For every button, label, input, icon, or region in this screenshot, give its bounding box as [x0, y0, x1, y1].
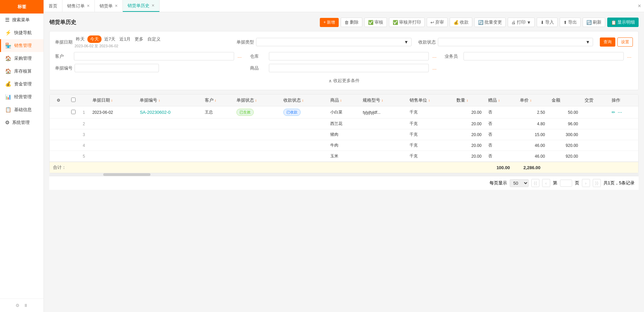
row-doc-no-cell[interactable] — [136, 119, 201, 129]
custom-date-btn[interactable]: 自定义 — [146, 35, 162, 43]
current-page-input[interactable]: 1 — [560, 180, 572, 187]
customer-ellipsis[interactable]: … — [236, 52, 243, 60]
row-doc-no-cell[interactable] — [136, 140, 201, 151]
row-spec-cell: tyjyjtyjdf... — [359, 106, 406, 119]
row-action-cell[interactable] — [608, 129, 638, 140]
today-btn[interactable]: 今天 — [87, 35, 102, 43]
sidebar-item-finance[interactable]: 💰 资金管理 — [0, 78, 44, 90]
last-page-btn[interactable]: ⟩⟩ — [593, 179, 601, 187]
warehouse-ellipsis[interactable]: … — [431, 52, 438, 60]
query-button[interactable]: 查询 — [600, 37, 615, 47]
th-qty[interactable]: 数量 ↕ — [453, 95, 485, 106]
batch-change-button[interactable]: 🔄 批量变更 — [474, 18, 506, 27]
warehouse-input[interactable] — [269, 52, 429, 60]
row-unit-cell: 千克 — [406, 106, 453, 119]
th-customer[interactable]: 客户 ↕ — [201, 95, 233, 106]
th-price[interactable]: 单价 ↕ — [516, 95, 548, 106]
more-link[interactable]: ⋯ — [618, 110, 622, 115]
tab-sales-history[interactable]: 销货单历史 ✕ — [123, 0, 160, 12]
page-size-select[interactable]: 50 100 200 — [510, 179, 529, 187]
sidebar-logo: 标签 — [0, 0, 44, 14]
row-pay-status-cell — [280, 119, 327, 129]
tab-sales-order[interactable]: 销售订单 ✕ — [62, 0, 95, 12]
payment-status-label: 收款状态 — [418, 39, 436, 45]
export-button[interactable]: ⬆ 导出 — [560, 18, 581, 27]
row-trade-cell — [581, 140, 608, 151]
sidebar-item-purchase[interactable]: 🏠 采购管理 — [0, 52, 44, 65]
goods-input[interactable] — [269, 64, 429, 72]
horizontal-scrollbar[interactable] — [49, 173, 639, 176]
row-checkbox[interactable] — [71, 110, 76, 114]
edit-link[interactable]: ✏ — [612, 110, 615, 115]
sidebar-item-quick-nav[interactable]: ⚡ 快捷导航 — [0, 26, 44, 39]
row-price-cell: 46.00 — [516, 140, 548, 151]
receive-button[interactable]: 💰 收款 — [450, 18, 472, 27]
last1month-btn[interactable]: 近1月 — [118, 35, 132, 43]
pause-icon[interactable]: ⏸ — [24, 303, 28, 308]
sidebar-item-operations[interactable]: 📊 经营管理 — [0, 90, 44, 103]
th-spec[interactable]: 规格型号 ↕ — [359, 95, 406, 106]
payment-status-select[interactable]: ▼ — [438, 38, 593, 46]
th-doc-status[interactable]: 单据状态 ↕ — [233, 95, 280, 106]
collapse-button[interactable]: ∧ 收起更多条件 — [55, 76, 633, 86]
next-page-btn[interactable]: › — [582, 179, 590, 187]
row-action-cell[interactable] — [608, 140, 638, 151]
audit-button[interactable]: ✅ 审核 — [364, 18, 387, 27]
row-gift-cell: 否 — [485, 129, 516, 140]
docno-input[interactable] — [75, 64, 159, 72]
show-detail-button[interactable]: 📋 显示明细 — [607, 18, 639, 27]
sort-customer-icon: ↕ — [215, 99, 216, 102]
tab-sales-order-close[interactable]: ✕ — [87, 4, 90, 8]
tab-sales-delivery-close[interactable]: ✕ — [115, 4, 118, 8]
audit-print-icon: ✅ — [393, 20, 398, 25]
customer-input[interactable] — [74, 52, 234, 60]
audit-print-button[interactable]: ✅ 审核并打印 — [389, 18, 425, 27]
tab-bar-close-all[interactable]: ✕ — [638, 3, 644, 8]
tab-home[interactable]: 首页 — [44, 0, 62, 12]
settings-bottom-icon[interactable]: ⚙ — [16, 303, 20, 308]
refresh-button[interactable]: 🔃 刷新 — [583, 18, 605, 27]
table-row: 1 2023-06-02 SA-20230602-0 王总 已生效 已收款 小白… — [50, 106, 638, 119]
sidebar-item-sales[interactable]: 🏪 销售管理 — [0, 39, 44, 52]
row-action-cell[interactable]: ✏ ⋯ — [608, 106, 638, 119]
row-doc-date-cell — [89, 140, 137, 151]
settings-filter-button[interactable]: 设置 — [617, 37, 633, 47]
th-gift[interactable]: 赠品 ↕ — [485, 95, 516, 106]
first-page-btn[interactable]: ⟨⟨ — [531, 179, 539, 187]
doc-no-link[interactable]: SA-20230602-0 — [140, 110, 170, 115]
toolbar: + 新增 🗑 删除 ✅ 审核 ✅ 审核并打印 ↩ 弃审 — [320, 18, 639, 27]
data-table-container: ⚙ 单据日期 ↕ 单据编号 ↕ — [49, 94, 639, 173]
sidebar-item-basic-info[interactable]: 📋 基础信息 — [0, 103, 44, 116]
tab-sales-delivery[interactable]: 销货单 ✕ — [95, 0, 123, 12]
th-doc-no[interactable]: 单据编号 ↕ — [136, 95, 201, 106]
yesterday-btn[interactable]: 昨天 — [75, 35, 86, 43]
th-pay-status[interactable]: 收款状态 ↕ — [280, 95, 327, 106]
th-settings[interactable]: ⚙ — [50, 95, 68, 106]
more-date-btn[interactable]: 更多 — [133, 35, 145, 43]
abandon-button[interactable]: ↩ 弃审 — [427, 18, 448, 27]
row-action-cell[interactable] — [608, 151, 638, 162]
th-goods[interactable]: 商品 ↕ — [327, 95, 360, 106]
last7days-btn[interactable]: 近7天 — [103, 35, 117, 43]
row-doc-no-cell[interactable] — [136, 129, 201, 140]
row-doc-no-cell[interactable] — [136, 151, 201, 162]
tab-sales-history-close[interactable]: ✕ — [151, 3, 155, 8]
delete-button[interactable]: 🗑 删除 — [341, 18, 362, 27]
th-unit[interactable]: 销售单位 ↕ — [406, 95, 453, 106]
salesperson-ellipsis[interactable]: … — [626, 52, 633, 60]
print-button[interactable]: 🖨 打印 ▼ — [508, 18, 535, 27]
sidebar-item-system[interactable]: ⚙ 系统管理 — [0, 116, 44, 129]
new-button[interactable]: + 新增 — [320, 18, 339, 27]
salesperson-input[interactable] — [464, 52, 624, 60]
goods-ellipsis[interactable]: … — [431, 64, 438, 72]
sidebar-item-search[interactable]: ☰ 搜索菜单 — [0, 14, 44, 26]
prev-page-btn[interactable]: ‹ — [542, 179, 550, 187]
import-button[interactable]: ⬇ 导入 — [537, 18, 558, 27]
scrollbar-thumb[interactable] — [103, 173, 150, 176]
row-doc-no-cell[interactable]: SA-20230602-0 — [136, 106, 201, 119]
select-all-checkbox[interactable] — [71, 98, 76, 102]
doc-type-select[interactable]: ▼ — [256, 38, 411, 46]
sidebar-item-inventory[interactable]: 🏠 库存核算 — [0, 65, 44, 78]
th-doc-date[interactable]: 单据日期 ↕ — [89, 95, 137, 106]
row-action-cell[interactable] — [608, 119, 638, 129]
